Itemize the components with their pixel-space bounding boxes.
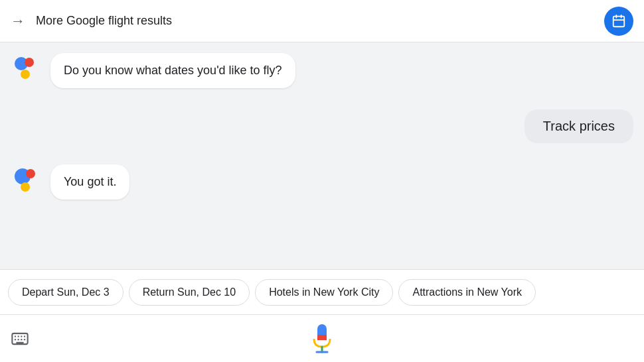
svg-rect-22	[317, 337, 327, 340]
assistant-text-2: You got it.	[64, 175, 116, 188]
keyboard-icon	[11, 330, 29, 348]
suggestion-chip-3[interactable]: Attractions in New York	[398, 279, 536, 306]
mic-icon	[310, 323, 334, 355]
assistant-text-1: Do you know what dates you'd like to fly…	[64, 64, 282, 77]
suggestion-label-0: Depart Sun, Dec 3	[22, 286, 110, 298]
suggestion-label-1: Return Sun, Dec 10	[143, 286, 236, 298]
assistant-message-2: You got it.	[11, 164, 633, 200]
assistant-message-1: Do you know what dates you'd like to fly…	[11, 53, 633, 88]
svg-point-6	[21, 70, 30, 79]
top-bar-left: → More Google flight results	[11, 13, 172, 30]
mic-button[interactable]	[305, 322, 339, 356]
track-prices-label: Track prices	[543, 119, 615, 133]
svg-rect-0	[613, 16, 625, 27]
keyboard-button[interactable]	[11, 330, 29, 348]
calendar-icon	[611, 14, 626, 29]
bottom-bar	[0, 314, 644, 362]
top-bar-title: More Google flight results	[36, 14, 172, 28]
assistant-logo-1	[11, 53, 42, 85]
calendar-button[interactable]	[604, 7, 633, 36]
suggestion-label-2: Hotels in New York City	[269, 286, 379, 298]
assistant-bubble-2: You got it.	[50, 164, 129, 200]
chat-area: Do you know what dates you'd like to fly…	[0, 42, 644, 269]
suggestion-chip-2[interactable]: Hotels in New York City	[255, 279, 393, 306]
assistant-logo-2	[11, 164, 42, 196]
user-message-1: Track prices	[11, 109, 633, 143]
back-arrow-icon[interactable]: →	[11, 13, 25, 30]
suggestion-chip-0[interactable]: Depart Sun, Dec 3	[8, 279, 123, 306]
track-prices-pill[interactable]: Track prices	[524, 109, 633, 143]
svg-point-8	[26, 169, 35, 178]
suggestion-label-3: Attractions in New York	[412, 286, 522, 298]
suggestions-bar: Depart Sun, Dec 3 Return Sun, Dec 10 Hot…	[0, 269, 644, 314]
svg-point-5	[25, 58, 34, 67]
svg-point-9	[21, 182, 30, 192]
suggestion-chip-1[interactable]: Return Sun, Dec 10	[129, 279, 250, 306]
top-bar: → More Google flight results	[0, 0, 644, 42]
assistant-bubble-1: Do you know what dates you'd like to fly…	[50, 53, 295, 88]
